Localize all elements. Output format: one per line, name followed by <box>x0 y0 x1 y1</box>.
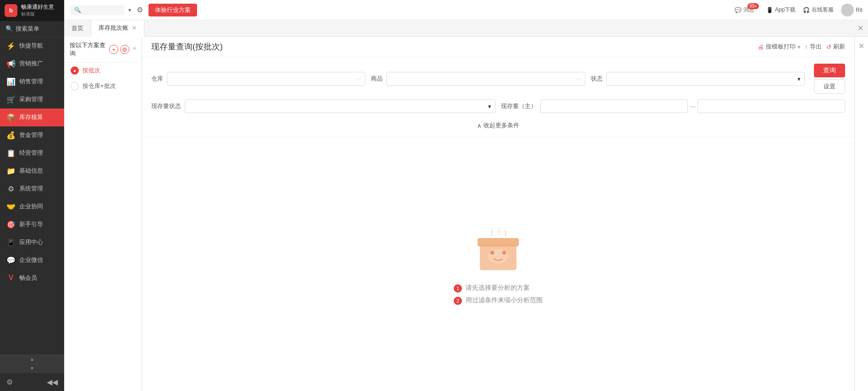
sidebar-item-label: 新手引导 <box>19 220 43 228</box>
settings-button[interactable]: 设置 <box>814 79 845 94</box>
filter-product: 商品 ··· <box>371 72 585 86</box>
scheme-item-batch[interactable]: ● 按批次 <box>64 63 142 78</box>
scheme-header-actions: + ⚙ « <box>109 45 136 54</box>
tab-right-close[interactable]: ✕ <box>853 24 868 33</box>
settings-icon[interactable]: ⚙ <box>6 378 13 386</box>
query-area: 现存量查询(按批次) 🖨 按模板打印 ▾ ↑ 导出 ↺ 刷新 <box>142 37 854 391</box>
tab-close-btn[interactable]: ✕ <box>132 25 137 31</box>
sidebar-item-label: 企业微信 <box>19 256 43 264</box>
sidebar-item-label: 系统管理 <box>19 185 43 193</box>
message-badge: 99+ <box>747 3 759 9</box>
scheme-gear-btn[interactable]: ⚙ <box>120 45 129 54</box>
page-close-icon[interactable]: ✕ <box>857 24 863 33</box>
sidebar-item-basic-info[interactable]: 📁 基础信息 <box>0 162 64 180</box>
scheme-item-warehouse-batch[interactable]: ○ 按仓库+批次 <box>64 78 142 94</box>
sidebar-scroll-up[interactable]: ▲ <box>0 354 64 364</box>
sidebar-search-menu[interactable]: 🔍 搜索菜单 <box>0 21 64 37</box>
sidebar-item-cooperation[interactable]: 🤝 企业协同 <box>0 198 64 216</box>
stock-qty-max[interactable] <box>698 99 845 113</box>
header-actions: 🖨 按模板打印 ▾ ↑ 导出 ↺ 刷新 <box>758 43 846 51</box>
sidebar-item-member[interactable]: V 畅会员 <box>0 269 64 287</box>
empty-state: 1 请先选择要分析的方案 2 用过滤条件来缩小分析范围 <box>142 137 854 391</box>
sidebar-item-purchase[interactable]: 🛒 采购管理 <box>0 91 64 109</box>
warehouse-input[interactable]: ··· <box>167 72 365 86</box>
message-item[interactable]: 💬 消息 99+ <box>735 6 754 14</box>
topbar-gear-icon[interactable]: ⚙ <box>137 5 143 14</box>
tab-inventory-batch[interactable]: 库存批次账 ✕ <box>91 20 144 37</box>
collapse-more-btn[interactable]: ∧ 收起更多条件 <box>151 119 845 132</box>
sidebar-scroll-down[interactable]: ▼ <box>0 364 64 373</box>
sidebar-item-quick-nav[interactable]: ⚡ 快捷导航 <box>0 37 64 55</box>
tab-home-label: 首页 <box>71 24 83 33</box>
sidebar-logo: b <box>5 4 17 17</box>
cooperation-icon: 🤝 <box>6 202 16 211</box>
warehouse-more-icon[interactable]: ··· <box>357 76 361 81</box>
collapse-sidebar-icon[interactable]: ◀◀ <box>47 378 58 386</box>
message-icon: 💬 <box>735 7 742 13</box>
user-name: Rit <box>856 7 863 13</box>
tab-home[interactable]: 首页 <box>64 20 91 37</box>
user-avatar-item[interactable]: Rit <box>841 4 863 16</box>
sidebar-item-system[interactable]: ⚙ 系统管理 <box>0 180 64 198</box>
app-center-icon: 📱 <box>6 238 16 247</box>
purchase-icon: 🛒 <box>6 95 16 104</box>
svg-point-3 <box>490 251 494 255</box>
stock-status-dropdown-icon: ▾ <box>488 103 491 110</box>
product-input[interactable]: ··· <box>386 72 585 86</box>
sidebar-item-label: 库存核算 <box>19 113 43 121</box>
sales-icon: 📊 <box>6 77 16 86</box>
online-service-icon: 🎧 <box>803 7 810 13</box>
hint-num-1: 1 <box>454 284 462 293</box>
print-dropdown-icon[interactable]: ▾ <box>797 43 801 50</box>
refresh-icon: ↺ <box>826 43 831 50</box>
query-button[interactable]: 查询 <box>814 64 845 77</box>
online-service-item[interactable]: 🎧 在线客服 <box>803 6 834 14</box>
industry-btn[interactable]: 体验行业方案 <box>148 4 197 16</box>
status-select[interactable]: ▾ <box>606 72 805 86</box>
sidebar-item-management[interactable]: 📋 经营管理 <box>0 144 64 162</box>
main-area: 🔍 ▾ ⚙ 体验行业方案 💬 消息 99+ 📱 App下载 🎧 在线客服 Rit <box>64 0 868 391</box>
topbar-search-box[interactable]: 🔍 <box>70 5 125 15</box>
sidebar-item-finance[interactable]: 💰 资金管理 <box>0 126 64 144</box>
scheme-header-label: 按以下方案查询 <box>70 41 105 58</box>
svg-rect-1 <box>478 238 519 246</box>
management-icon: 📋 <box>6 149 16 157</box>
empty-illustration <box>471 220 526 275</box>
topbar-dropdown-btn[interactable]: ▾ <box>128 7 131 13</box>
collapse-icon: ∧ <box>477 122 482 129</box>
status-label: 状态 <box>591 75 603 83</box>
app-download-item[interactable]: 📱 App下载 <box>766 6 796 14</box>
stock-qty-label: 现存量（主） <box>501 102 537 110</box>
product-more-icon[interactable]: ··· <box>577 76 581 81</box>
newbie-icon: 🎯 <box>6 220 16 229</box>
sidebar-search-label: 搜索菜单 <box>16 25 39 33</box>
sidebar-item-label: 企业协同 <box>19 202 43 211</box>
stock-status-select[interactable]: ▾ <box>185 99 495 113</box>
empty-hint-2: 2 用过滤条件来缩小分析范围 <box>454 296 543 305</box>
export-btn[interactable]: ↑ 导出 <box>805 43 822 51</box>
content-area: 按以下方案查询 + ⚙ « ● 按批次 ○ 按仓库+批次 现存量查询(按批次) <box>64 37 868 391</box>
topbar: 🔍 ▾ ⚙ 体验行业方案 💬 消息 99+ 📱 App下载 🎧 在线客服 Rit <box>64 0 868 20</box>
sidebar-item-app-center[interactable]: 📱 应用中心 <box>0 234 64 251</box>
export-btn-label: 导出 <box>810 43 822 51</box>
filter-row-1: 仓库 ··· 商品 ··· 状态 <box>151 64 845 94</box>
filter-status: 状态 ▾ <box>591 72 805 86</box>
collapse-text: 收起更多条件 <box>483 121 519 130</box>
sidebar-item-marketing[interactable]: 📢 营销推广 <box>0 55 64 73</box>
scheme-item-label: 按仓库+批次 <box>82 82 116 90</box>
sidebar-item-inventory[interactable]: 📦 库存核算 <box>0 109 64 126</box>
sidebar-item-newbie[interactable]: 🎯 新手引导 <box>0 216 64 234</box>
refresh-btn[interactable]: ↺ 刷新 <box>826 43 845 51</box>
scheme-collapse-btn[interactable]: « <box>133 45 136 54</box>
sidebar-item-wechat[interactable]: 💬 企业微信 <box>0 251 64 269</box>
print-btn[interactable]: 🖨 按模板打印 ▾ <box>758 43 801 51</box>
scheme-add-btn[interactable]: + <box>109 45 118 54</box>
right-panel-close-btn[interactable]: ✕ <box>856 40 867 51</box>
sidebar-item-sales[interactable]: 📊 销售管理 <box>0 73 64 91</box>
print-btn-label: 按模板打印 <box>766 43 796 51</box>
sidebar-item-label: 应用中心 <box>19 238 43 246</box>
sidebar-item-label: 基础信息 <box>19 167 43 175</box>
quick-nav-icon: ⚡ <box>6 42 16 50</box>
print-icon: 🖨 <box>758 43 764 50</box>
stock-qty-min[interactable] <box>540 99 688 113</box>
